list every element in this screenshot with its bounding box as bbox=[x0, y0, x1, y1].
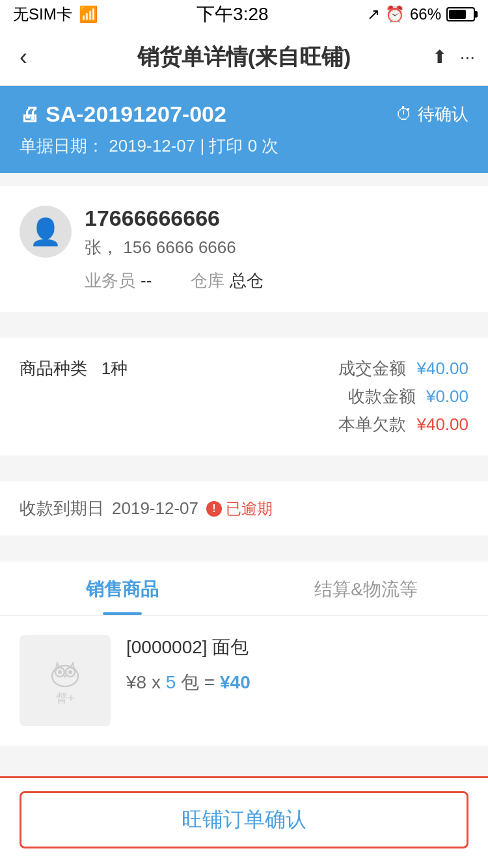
product-thumb-inner: 督+ bbox=[46, 655, 85, 706]
product-title: 面包 bbox=[212, 637, 249, 657]
svg-point-3 bbox=[58, 670, 62, 674]
status-left: 无SIM卡 📶 bbox=[13, 4, 98, 25]
share-button[interactable]: ⬆ bbox=[432, 46, 447, 68]
product-details: [0000002] 面包 ¥8 x 5 包 = ¥40 bbox=[126, 635, 468, 695]
battery-icon bbox=[446, 7, 475, 21]
summary-right: 成交金额 ¥40.00 收款金额 ¥0.00 本单欠款 ¥40.00 bbox=[338, 357, 468, 436]
back-button[interactable]: ‹ bbox=[13, 37, 34, 77]
product-name: [0000002] 面包 bbox=[126, 635, 468, 660]
nav-actions: ⬆ ··· bbox=[432, 46, 475, 68]
order-id: 🖨 SA-20191207-002 bbox=[20, 102, 226, 127]
page-title: 销货单详情(来自旺铺) bbox=[137, 42, 351, 72]
product-type-value: 1种 bbox=[102, 359, 128, 378]
svg-point-4 bbox=[68, 670, 72, 674]
more-button[interactable]: ··· bbox=[460, 47, 475, 68]
product-thumbnail: 督+ bbox=[20, 635, 111, 726]
status-right: ↗ ⏰ 66% bbox=[367, 5, 475, 23]
overdue-dot-icon: ! bbox=[206, 501, 222, 517]
status-text: 待确认 bbox=[418, 103, 468, 126]
tab-bar: 销售商品 结算&物流等 bbox=[0, 562, 488, 616]
product-unit-price: ¥8 bbox=[126, 672, 146, 692]
salesperson-value: -- bbox=[141, 271, 152, 291]
avatar: 👤 bbox=[20, 206, 72, 258]
due-date-label: 收款到期日 bbox=[20, 497, 104, 520]
product-type-label: 商品种类 bbox=[20, 359, 87, 378]
salesperson-label: 业务员 bbox=[85, 269, 135, 292]
amount-row: 成交金额 ¥40.00 bbox=[338, 357, 468, 380]
product-price-row: ¥8 x 5 包 = ¥40 bbox=[126, 670, 468, 695]
print-suffix: 次 bbox=[262, 136, 278, 156]
summary-left: 商品种类 1种 bbox=[20, 357, 128, 380]
overdue-text: 已逾期 bbox=[226, 498, 273, 519]
equals-sign: = bbox=[204, 672, 220, 692]
multiply-sign: x bbox=[152, 672, 166, 692]
product-list: 督+ [0000002] 面包 ¥8 x 5 包 = ¥40 bbox=[0, 616, 488, 746]
collected-row: 收款金额 ¥0.00 bbox=[348, 385, 468, 408]
carrier-text: 无SIM卡 bbox=[13, 4, 72, 25]
order-date-row: 单据日期： 2019-12-07 | 打印 0 次 bbox=[20, 135, 468, 157]
tab-sales-products[interactable]: 销售商品 bbox=[0, 562, 244, 615]
print-count: 0 bbox=[248, 136, 257, 156]
nav-bar: ‹ 销货单详情(来自旺铺) ⬆ ··· bbox=[0, 29, 488, 86]
warehouse-value: 总仓 bbox=[230, 269, 264, 292]
product-total: ¥40 bbox=[220, 672, 251, 692]
customer-info: 17666666666 张， 156 6666 6666 业务员 -- 仓库 总… bbox=[85, 206, 468, 292]
owed-row: 本单欠款 ¥40.00 bbox=[338, 413, 468, 436]
collected-label: 收款金额 bbox=[348, 385, 416, 408]
product-code: [0000002] bbox=[126, 637, 208, 657]
order-status-badge: ⏱ 待确认 bbox=[396, 103, 468, 126]
product-unit: 包 bbox=[181, 672, 199, 692]
product-types: 商品种类 1种 bbox=[20, 357, 128, 380]
amount-value: ¥40.00 bbox=[416, 359, 468, 379]
customer-meta: 业务员 -- 仓库 总仓 bbox=[85, 269, 468, 292]
location-icon: ↗ bbox=[367, 5, 380, 23]
warehouse-label: 仓库 bbox=[191, 269, 224, 292]
owed-value: ¥40.00 bbox=[416, 414, 468, 435]
status-bar: 无SIM卡 📶 下午3:28 ↗ ⏰ 66% bbox=[0, 0, 488, 29]
owed-label: 本单欠款 bbox=[338, 413, 406, 436]
alarm-icon: ⏰ bbox=[385, 5, 405, 23]
date-label: 单据日期： bbox=[20, 136, 104, 156]
confirm-order-button[interactable]: 旺铺订单确认 bbox=[20, 791, 468, 848]
customer-card: 👤 17666666666 张， 156 6666 6666 业务员 -- 仓库… bbox=[0, 186, 488, 312]
print-label: | 打印 bbox=[200, 136, 243, 156]
avatar-icon: 👤 bbox=[29, 217, 62, 247]
customer-phone: 17666666666 bbox=[85, 206, 468, 231]
customer-name: 张， 156 6666 6666 bbox=[85, 236, 468, 259]
brand-plus-text: 督+ bbox=[56, 690, 75, 706]
order-date-value: 2019-12-07 bbox=[109, 136, 195, 156]
product-item: 督+ [0000002] 面包 ¥8 x 5 包 = ¥40 bbox=[20, 635, 468, 726]
amount-label: 成交金额 bbox=[338, 357, 406, 380]
collected-value: ¥0.00 bbox=[426, 387, 468, 407]
product-quantity: 5 bbox=[166, 672, 176, 692]
order-header-card: 🖨 SA-20191207-002 ⏱ 待确认 单据日期： 2019-12-07… bbox=[0, 86, 488, 173]
warehouse-field: 仓库 总仓 bbox=[191, 269, 264, 292]
battery-text: 66% bbox=[410, 5, 441, 23]
wifi-icon: 📶 bbox=[79, 5, 98, 23]
header-card-top: 🖨 SA-20191207-002 ⏱ 待确认 bbox=[20, 102, 468, 127]
owl-icon bbox=[46, 655, 85, 688]
overdue-badge: ! 已逾期 bbox=[206, 498, 273, 519]
clock-icon: ⏱ bbox=[396, 104, 413, 124]
order-icon: 🖨 bbox=[20, 103, 39, 126]
due-date-section: 收款到期日 2019-12-07 ! 已逾期 bbox=[0, 481, 488, 536]
salesperson-field: 业务员 -- bbox=[85, 269, 152, 292]
time-display: 下午3:28 bbox=[197, 2, 269, 27]
order-id-text: SA-20191207-002 bbox=[46, 102, 226, 127]
summary-section: 商品种类 1种 成交金额 ¥40.00 收款金额 ¥0.00 本单欠款 ¥40.… bbox=[0, 338, 488, 455]
tab-settlement[interactable]: 结算&物流等 bbox=[244, 562, 488, 615]
confirm-button-wrapper: 旺铺订单确认 bbox=[0, 776, 488, 868]
due-date-value: 2019-12-07 bbox=[112, 498, 198, 519]
customer-section: 👤 17666666666 张， 156 6666 6666 业务员 -- 仓库… bbox=[20, 206, 468, 292]
